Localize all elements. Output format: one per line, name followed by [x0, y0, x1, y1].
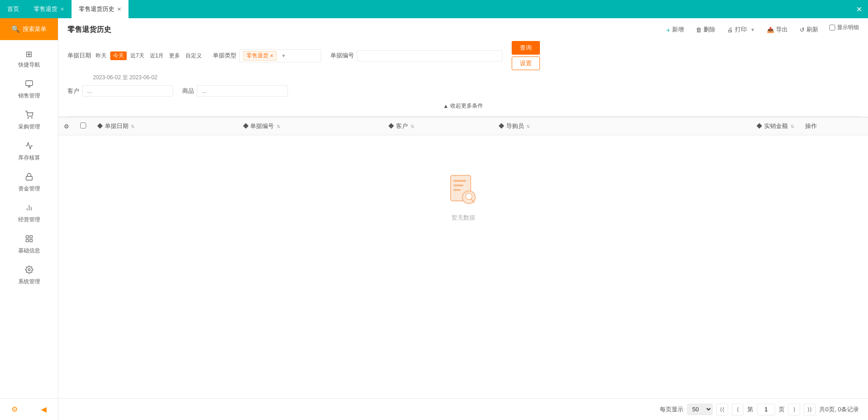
page-number-input[interactable]	[757, 404, 775, 415]
th-guide-label: ◆ 导购员	[498, 123, 524, 129]
tab-retail-return[interactable]: 零售退货 ✕	[26, 0, 72, 18]
customer-label: 客户	[67, 87, 79, 95]
date-more[interactable]: 更多	[167, 51, 182, 60]
collapse-label: 收起更多条件	[450, 102, 483, 110]
export-icon: 📤	[767, 26, 774, 33]
sidebar-item-base-info[interactable]: 基础信息	[0, 229, 58, 260]
sidebar-item-operations[interactable]: 经营管理	[0, 198, 58, 229]
svg-rect-8	[30, 236, 32, 238]
sidebar-item-finance-label: 资金管理	[18, 185, 40, 193]
table-container: ⚙ ◆ 单据日期 ⇅ ◆ 单据编号 ⇅	[58, 117, 868, 398]
show-detail-row: 显示明细	[829, 24, 859, 31]
date-yesterday[interactable]: 昨天	[94, 51, 108, 60]
refresh-button[interactable]: ↺ 刷新	[796, 24, 822, 36]
date-today[interactable]: 今天	[110, 51, 127, 60]
svg-point-2	[31, 118, 32, 118]
refresh-icon: ↺	[800, 26, 805, 33]
show-detail-checkbox[interactable]	[829, 25, 835, 31]
svg-rect-15	[453, 189, 461, 191]
print-button[interactable]: 🖨 打印 ▼	[724, 24, 759, 36]
tab-home[interactable]: 首页	[0, 0, 26, 18]
svg-point-1	[28, 118, 29, 118]
th-customer[interactable]: ◆ 客户 ⇅	[383, 118, 493, 135]
topbar-close-button[interactable]: ✕	[850, 0, 868, 18]
search-icon: 🔍	[11, 25, 20, 33]
page-last-btn[interactable]: ⟩⟩	[804, 404, 816, 415]
sidebar-item-quick-nav-label: 快捷导航	[18, 61, 40, 69]
doc-type-filter: 单据类型 零售退货 ✕ ▼	[213, 49, 321, 62]
purchase-icon	[25, 111, 33, 121]
sidebar-item-sales-mgmt[interactable]: 销售管理	[0, 74, 58, 105]
empty-state: 暂无数据	[58, 135, 868, 258]
tab-retail-return-history-close[interactable]: ✕	[117, 6, 121, 12]
svg-point-11	[28, 269, 30, 271]
th-customer-label: ◆ 客户	[388, 123, 408, 129]
select-all-checkbox[interactable]	[80, 123, 86, 128]
th-doc-no-sort-icon: ⇅	[277, 124, 280, 129]
empty-state-text: 暂无数据	[452, 214, 475, 222]
th-amount[interactable]: ◆ 实销金额 ⇅	[654, 118, 800, 135]
quick-nav-icon: ⊞	[26, 49, 32, 59]
tab-retail-return-label: 零售退货	[34, 5, 57, 13]
export-button[interactable]: 📤 导出	[763, 24, 791, 36]
date-last7[interactable]: 近7天	[128, 51, 146, 60]
th-doc-no[interactable]: ◆ 单据编号 ⇅	[237, 118, 383, 135]
svg-rect-0	[26, 81, 32, 86]
page-next-btn[interactable]: ⟩	[788, 404, 800, 415]
sidebar-item-quick-nav[interactable]: ⊞ 快捷导航	[0, 44, 58, 74]
sidebar-item-sys-mgmt[interactable]: 系统管理	[0, 260, 58, 291]
doc-type-tag-close[interactable]: ✕	[270, 53, 273, 58]
sidebar-item-purchase-label: 采购管理	[18, 123, 40, 131]
svg-rect-10	[26, 240, 28, 242]
table-settings-icon[interactable]: ⚙	[64, 123, 69, 130]
doc-type-select[interactable]: 零售退货 ✕ ▼	[239, 49, 321, 62]
th-actions-label: 操作	[805, 123, 817, 129]
page-word: 第	[747, 405, 753, 414]
svg-rect-9	[30, 240, 32, 242]
sidebar-search[interactable]: 🔍 搜索菜单	[0, 18, 58, 40]
goods-filter: 商品	[182, 85, 288, 97]
date-last1m[interactable]: 近1月	[148, 51, 166, 60]
settings-button[interactable]: 设置	[512, 56, 540, 70]
date-custom[interactable]: 自定义	[184, 51, 204, 60]
empty-state-icon	[445, 172, 482, 208]
query-settings-btns: 查询 设置	[512, 41, 540, 70]
sidebar-item-purchase-mgmt[interactable]: 采购管理	[0, 105, 58, 136]
sidebar-toggle-btn[interactable]: ◀	[41, 405, 46, 414]
delete-button[interactable]: 🗑 删除	[692, 24, 719, 36]
th-doc-date[interactable]: ◆ 单据日期 ⇅	[92, 118, 237, 135]
add-button[interactable]: + 新增	[663, 24, 688, 36]
date-shortcuts: 昨天 今天 近7天 近1月 更多 自定义	[94, 51, 204, 60]
filter-row-1: 单据日期 昨天 今天 近7天 近1月 更多 自定义 单据类型	[67, 41, 859, 70]
svg-rect-13	[453, 180, 466, 182]
th-guide[interactable]: ◆ 导购员 ⇅	[493, 118, 621, 135]
sidebar-item-inventory[interactable]: 库存核算	[0, 136, 58, 167]
collapse-button[interactable]: ▲ 收起更多条件	[443, 102, 483, 110]
goods-label: 商品	[182, 87, 194, 95]
page-prev-btn[interactable]: ⟨	[732, 404, 744, 415]
th-settings: ⚙	[58, 118, 75, 135]
page-header: 零售退货历史 + 新增 🗑 删除 🖨 打印	[58, 18, 868, 117]
sidebar: 🔍 搜索菜单 ⊞ 快捷导航 销售管理 采购管理	[0, 18, 58, 420]
doc-no-input[interactable]	[357, 50, 503, 61]
th-checkbox	[75, 118, 92, 135]
finance-icon	[25, 173, 33, 183]
pagination-summary: 共0页, 0条记录	[819, 405, 859, 414]
sidebar-bottom: ⚙ ◀	[0, 398, 58, 420]
page-size-select[interactable]: 50 10 20 100	[687, 404, 713, 415]
th-amount-label: ◆ 实销金额	[756, 123, 788, 129]
page-actions: + 新增 🗑 删除 🖨 打印 ▼ 📤	[663, 24, 822, 36]
th-guide-sort-icon: ⇅	[526, 124, 530, 129]
page-first-btn[interactable]: ⟨⟨	[716, 404, 728, 415]
query-button[interactable]: 查询	[512, 41, 540, 55]
sidebar-item-sales-label: 销售管理	[18, 92, 40, 100]
tab-retail-return-history[interactable]: 零售退货历史 ✕	[72, 0, 128, 18]
sidebar-item-finance[interactable]: 资金管理	[0, 167, 58, 198]
doc-type-label: 单据类型	[213, 51, 236, 60]
tab-retail-return-close[interactable]: ✕	[60, 6, 64, 12]
tab-home-label: 首页	[7, 5, 19, 13]
goods-input[interactable]	[197, 85, 288, 97]
sidebar-settings-btn[interactable]: ⚙	[11, 405, 18, 414]
customer-input[interactable]	[82, 85, 173, 97]
th-amount-sort-icon: ⇅	[791, 124, 794, 129]
